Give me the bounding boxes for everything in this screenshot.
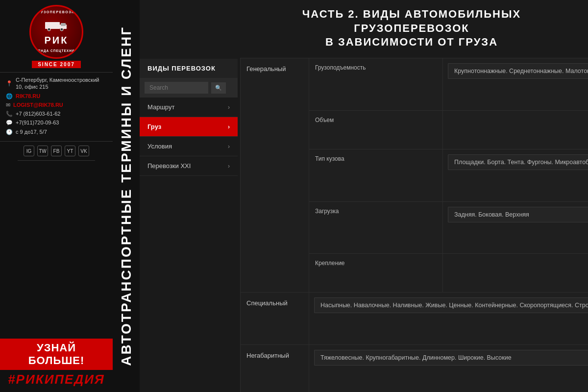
facebook-icon[interactable]: FB: [51, 146, 62, 156]
det-specialny: Насыпные. Навалочные. Наливные. Живые. Ц…: [309, 293, 588, 345]
type-negabaritny: Негабаритный: [241, 345, 309, 392]
table-row: Негабаритный Тяжеловесные. Крупногабарит…: [241, 345, 588, 392]
chevron-right-icon-active: ›: [228, 123, 230, 130]
email-link[interactable]: LOGIST@RIK78.RU: [13, 101, 63, 108]
kuzov-box: Площадки. Борта. Тента. Фургоны. Микроав…: [448, 154, 588, 170]
twitter-icon[interactable]: TW: [37, 146, 48, 156]
nav-item-perevozki[interactable]: Перевозки XXI ›: [140, 156, 238, 176]
det-zagruzka: Задняя. Боковая. Верхняя: [442, 201, 588, 254]
svg-rect-2: [61, 23, 66, 26]
logo-circle: ГРУЗОПЕРЕВОЗКИ РИК АРЕНДА СПЕЦТЕХНИКИ: [29, 5, 83, 59]
negabaritny-box: Тяжеловесные. Крупногабаритные. Длинноме…: [314, 350, 588, 366]
search-input[interactable]: [145, 82, 208, 94]
sub-obem: Объем: [309, 110, 443, 149]
since-badge: SINCE 2007: [32, 61, 81, 68]
sub-zagruzka: Загрузка: [309, 201, 443, 254]
phone2-row[interactable]: 💬 +7(911)720-09-63: [6, 119, 107, 126]
zagruzka-box: Задняя. Боковая. Верхняя: [448, 207, 588, 222]
chevron-right-icon: ›: [228, 104, 230, 111]
det-obem: [442, 110, 588, 149]
location-icon: 📍: [6, 80, 13, 87]
instagram-icon[interactable]: IG: [24, 146, 34, 156]
nav-item-marshrut[interactable]: Маршрут ›: [140, 98, 238, 117]
det-negabaritny: Тяжеловесные. Крупногабаритные. Длинноме…: [309, 345, 588, 392]
det-kreplenie: [442, 254, 588, 293]
nav-item-usloviya[interactable]: Условия ›: [140, 137, 238, 156]
address-row: 📍 С-Петербург, Каменноостровский 10, офи…: [6, 76, 107, 91]
search-box: 🔍: [140, 78, 238, 98]
vertical-strip: АВТОТРАНСПОРТНЫЕ ТЕРМИНЫ И СЛЕНГ: [113, 0, 140, 392]
truck-icon: [44, 18, 69, 32]
specialny-box: Насыпные. Навалочные. Наливные. Живые. Ц…: [314, 297, 588, 313]
det-tonnazh: Крупнотоннажные. Среднетоннажные. Малото…: [442, 58, 588, 111]
globe-icon: 🌐: [6, 93, 13, 99]
nav-item-perevozki-label: Перевозки XXI: [147, 162, 191, 170]
clock-icon: 🕐: [6, 128, 13, 135]
nav-column: ВИДЫ ПЕРЕВОЗОК 🔍 Маршрут › Груз › Услови…: [140, 59, 238, 382]
logo-arc-top: ГРУЗОПЕРЕВОЗКИ: [35, 10, 78, 14]
youtube-icon[interactable]: YT: [65, 146, 75, 156]
phone2-text: +7(911)720-09-63: [16, 119, 59, 126]
website-link[interactable]: RIK78.RU: [16, 93, 40, 99]
vertical-text: АВТОТРАНСПОРТНЫЕ ТЕРМИНЫ И СЛЕНГ: [119, 26, 134, 366]
svg-point-3: [48, 28, 50, 31]
phone-icon: 📞: [6, 110, 13, 117]
logo-arc-bottom: АРЕНДА СПЕЦТЕХНИКИ: [33, 49, 80, 52]
table-row: Генеральный Грузоподъемность Крупнотонна…: [241, 58, 588, 111]
sub-tipkuzova: Тип кузова: [309, 149, 443, 201]
main-title: ЧАСТЬ 2. ВИДЫ АВТОМОБИЛЬНЫХ ГРУЗОПЕРЕВОЗ…: [245, 7, 578, 49]
table-row: Специальный Насыпные. Навалочные. Наливн…: [241, 293, 588, 345]
svg-point-4: [60, 28, 63, 31]
logo-inner: РИК: [44, 18, 69, 46]
contact-section: 📍 С-Петербург, Каменноостровский 10, офи…: [0, 73, 113, 142]
vk-icon[interactable]: VK: [78, 146, 89, 156]
search-button[interactable]: 🔍: [211, 82, 226, 94]
website-row[interactable]: 🌐 RIK78.RU: [6, 93, 107, 99]
chevron-right-icon-3: ›: [228, 163, 230, 170]
type-specialny: Специальный: [241, 293, 309, 345]
social-row: IG TW FB YT VK: [18, 142, 95, 161]
sub-kreplenie: Крепление: [309, 254, 443, 293]
logo-brand: РИК: [44, 35, 69, 46]
phone1-row[interactable]: 📞 +7 (812)603-61-62: [6, 110, 107, 117]
title-span: ЧАСТЬ 2. ВИДЫ АВТОМОБИЛЬНЫХ ГРУЗОПЕРЕВОЗ…: [302, 8, 521, 48]
cta-button[interactable]: УЗНАЙ БОЛЬШЕ!: [0, 339, 113, 370]
email-icon: ✉: [6, 101, 10, 108]
whatsapp-icon: 💬: [6, 119, 13, 126]
logo-area: ГРУЗОПЕРЕВОЗКИ РИК АРЕНДА СПЕЦТЕХНИКИ SI…: [0, 0, 113, 73]
hashtag-text: #РИКИПЕДИЯ: [8, 372, 105, 387]
hours-text: с 9 до17, 5/7: [16, 128, 47, 135]
main-title-text: ЧАСТЬ 2. ВИДЫ АВТОМОБИЛЬНЫХ ГРУЗОПЕРЕВОЗ…: [245, 7, 578, 49]
nav-item-usloviya-label: Условия: [147, 143, 172, 150]
nav-item-marshrut-label: Маршрут: [147, 103, 174, 111]
nav-item-gruz[interactable]: Груз ›: [140, 117, 238, 137]
chevron-right-icon-2: ›: [228, 143, 230, 150]
left-sidebar: ГРУЗОПЕРЕВОЗКИ РИК АРЕНДА СПЕЦТЕХНИКИ SI…: [0, 0, 113, 392]
tonnazh-box: Крупнотоннажные. Среднетоннажные. Малото…: [448, 63, 588, 79]
promo-section: УЗНАЙ БОЛЬШЕ! #РИКИПЕДИЯ: [0, 161, 113, 392]
sub-gruzopodyomnost: Грузоподъемность: [309, 58, 443, 111]
nav-header: ВИДЫ ПЕРЕВОЗОК: [140, 59, 238, 78]
address-text: С-Петербург, Каменноостровский 10, офис …: [16, 76, 107, 91]
hours-row: 🕐 с 9 до17, 5/7: [6, 128, 107, 135]
email-row[interactable]: ✉ LOGIST@RIK78.RU: [6, 101, 107, 108]
svg-rect-0: [45, 22, 60, 29]
det-kuzov: Площадки. Борта. Тента. Фургоны. Микроав…: [442, 149, 588, 201]
phone1-text: +7 (812)603-61-62: [16, 110, 60, 117]
nav-item-gruz-label: Груз: [147, 123, 161, 130]
cargo-table: Генеральный Грузоподъемность Крупнотонна…: [240, 58, 588, 392]
type-generalny: Генеральный: [241, 58, 309, 293]
